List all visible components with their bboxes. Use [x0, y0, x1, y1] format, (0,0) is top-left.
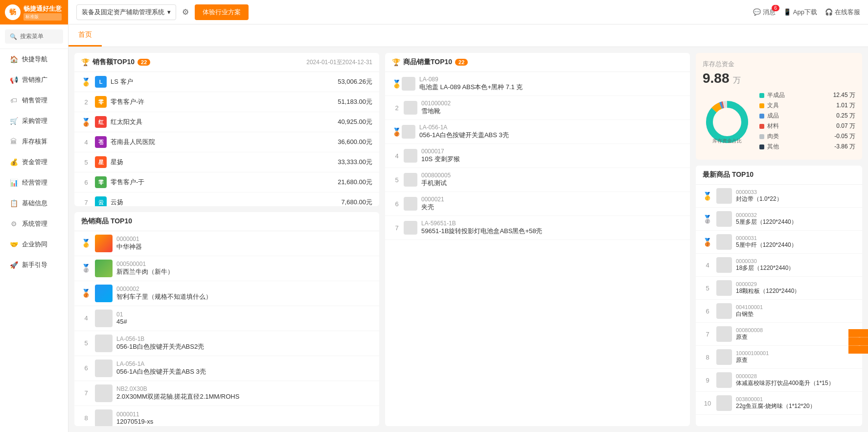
product-image-placeholder [95, 310, 113, 327]
product-code: 000500001 [116, 261, 372, 267]
product-image-placeholder [716, 395, 732, 411]
sidebar-item-guide[interactable]: 🚀 新手引导 [0, 255, 68, 275]
sidebar-item-management[interactable]: 📊 经营管理 [0, 172, 68, 193]
enterprise-icon: 🤝 [9, 240, 18, 249]
rank-number: 10 [703, 400, 712, 407]
settings-button[interactable]: ⚙ [182, 7, 189, 17]
sidebar-item-sales[interactable]: 🏷 销售管理 [0, 90, 68, 111]
logo-info: 畅捷通好生意 标准版 [23, 4, 62, 21]
customer-service-button[interactable]: 客服热线 [848, 329, 868, 337]
live-stream-button[interactable]: 直播 [848, 346, 868, 354]
product-info: 0000030 18多层（1220*2440） [736, 258, 855, 272]
product-info: 001000002 雪地靴 [421, 100, 683, 116]
product-info: 004100001 白钢垫 [736, 304, 855, 318]
product-name: 原查 [736, 356, 855, 364]
product-code: 003800001 [736, 396, 855, 402]
search-icon: 🔍 [10, 33, 17, 40]
product-code: LA-056-1A [419, 124, 683, 131]
product-code: 0000028 [736, 373, 855, 379]
left-column: 🏆 销售额TOP10 22 2024-01-01至2024-12-31 🥇 L … [74, 53, 379, 426]
sales-top-panel: 🏆 销售额TOP10 22 2024-01-01至2024-12-31 🥇 L … [74, 53, 379, 206]
app-download-button[interactable]: 📱 App下载 [783, 8, 817, 17]
rank-number: 6 [392, 200, 402, 208]
product-info: 0000029 18颗粒板（1220*2440） [736, 281, 855, 295]
sidebar-item-marketing[interactable]: 📢 营销推广 [0, 70, 68, 90]
product-image-placeholder [95, 335, 113, 352]
hot-products-title: 热销商品 TOP10 [81, 217, 132, 226]
legend-name: 肉类 [767, 132, 834, 141]
product-name: 中华神器 [116, 242, 372, 251]
new-product-item: 7 000800008 原查 [696, 323, 862, 346]
online-service-button[interactable]: 🎧 在线客服 [825, 8, 860, 17]
product-code: 0000029 [736, 281, 855, 287]
inventory-unit: 万 [733, 76, 741, 84]
list-item: 4 苍 苍南县人民医院 36,600.00元 [74, 132, 379, 152]
finance-icon: 💰 [9, 158, 18, 167]
sidebar-item-system[interactable]: ⚙ 系统管理 [0, 214, 68, 234]
list-item: 🥉 红 红太阳文具 40,925.00元 [74, 112, 379, 132]
legend-name: 文具 [767, 101, 836, 110]
system-selector[interactable]: 装备及固定资产辅助管理系统 ▾ [76, 4, 176, 20]
avatar: 零 [95, 176, 107, 188]
product-name: 2.0X30MM双搓花轴.搓花直径2.1MM/ROHS [116, 392, 372, 401]
search-menu-button[interactable]: 🔍 搜索菜单 [5, 29, 63, 44]
product-info: LA-089 电池盖 LA-089 ABS本色+黑种 7.1 克 [419, 76, 683, 92]
rank-medal-1: 🥇 [81, 239, 91, 248]
tab-home[interactable]: 首页 [69, 24, 102, 47]
rank-number: 2 [81, 98, 91, 106]
sidebar-item-finance[interactable]: 💰 资金管理 [0, 152, 68, 172]
product-name: 5厘中纤（1220*2440） [736, 241, 855, 249]
rank-medal-1: 🥇 [392, 79, 402, 89]
service-community-button[interactable]: 服务社区 [848, 337, 868, 346]
product-info: 0000032 5厘多层（1220*2440） [736, 212, 855, 226]
product-item: 🥈 000500001 新西兰牛肉（新牛） [74, 256, 379, 281]
sidebar-item-enterprise[interactable]: 🤝 企业协同 [0, 234, 68, 255]
product-info: 0000031 5厘中纤（1220*2440） [736, 235, 855, 249]
list-item: 7 云 云扬 7,680.00元 [74, 192, 379, 206]
top-products-sold-panel: 🏆 商品销量TOP10 22 🥇 LA-089 电池盖 LA-089 ABS本色… [385, 53, 690, 426]
customer-amount: 51,183.00元 [338, 97, 372, 106]
list-item: 🥇 L LS 客户 53,006.26元 [74, 72, 379, 92]
sidebar-item-basic-info[interactable]: 📋 基础信息 [0, 193, 68, 214]
sales-top-header: 🏆 销售额TOP10 22 2024-01-01至2024-12-31 [74, 53, 379, 72]
product-code: 004100001 [736, 304, 855, 310]
customer-amount: 53,006.26元 [338, 77, 372, 86]
customer-name: 云扬 [111, 198, 341, 206]
sales-subtitle: 2024-01-01至2024-12-31 [306, 58, 372, 67]
product-image-placeholder [404, 197, 417, 211]
product-name: 雪地靴 [421, 107, 683, 116]
messages-button[interactable]: 💬 消息 6 [753, 8, 776, 17]
rank-number: 8 [703, 354, 712, 361]
legend-item: 其他 -3.86 万 [759, 143, 855, 151]
product-code: 0000021 [421, 196, 683, 203]
product-name: 45# [116, 318, 372, 325]
product-image-placeholder [716, 326, 732, 342]
product-image [95, 285, 113, 302]
marketing-icon: 📢 [9, 75, 18, 84]
content-grid: 🏆 销售额TOP10 22 2024-01-01至2024-12-31 🥇 L … [74, 53, 862, 426]
new-products-header: 最新商品 TOP10 [696, 166, 862, 185]
product-name: 电池盖 LA-089 ABS本色+黑种 7.1 克 [419, 83, 683, 92]
product-info: 0000017 10S 变刺罗猴 [421, 148, 683, 164]
product-info: 000800008 原查 [736, 327, 855, 341]
inventory-icon: 🏛 [9, 137, 18, 146]
rank-number: 7 [81, 199, 91, 206]
rank-medal-2: 🥈 [81, 264, 91, 273]
inventory-amount-row: 9.88 万 [703, 71, 855, 86]
legend-dot-stationery [759, 103, 764, 108]
sidebar-item-label: 营销推广 [22, 75, 47, 84]
legend-dot-other [759, 144, 764, 149]
sidebar-item-inventory[interactable]: 🏛 库存核算 [0, 131, 68, 152]
customer-amount: 36,600.00元 [338, 138, 372, 146]
product-name: 夹壳 [421, 203, 683, 212]
sidebar-item-purchase[interactable]: 🛒 采购管理 [0, 111, 68, 131]
legend-value: -0.05 万 [834, 132, 855, 141]
sidebar-item-quick-nav[interactable]: 🏠 快捷导航 [0, 49, 68, 70]
product-image [95, 260, 113, 277]
trial-button[interactable]: 体验行业方案 [195, 4, 249, 20]
rank-number: 9 [703, 377, 712, 384]
rank-number: 4 [703, 262, 712, 269]
rank-number: 5 [81, 159, 91, 166]
customer-amount: 21,680.00元 [338, 178, 372, 187]
top-sold-title: 🏆 商品销量TOP10 22 [392, 58, 468, 67]
